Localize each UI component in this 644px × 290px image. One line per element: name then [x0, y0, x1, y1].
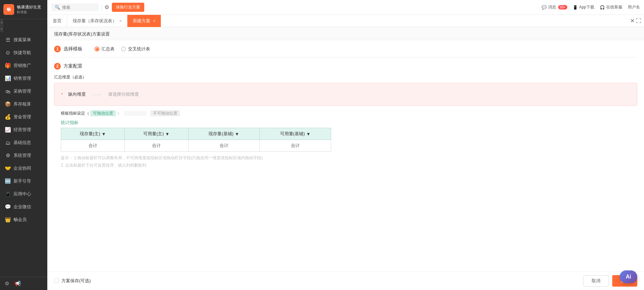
- cancel-button[interactable]: 取消: [583, 275, 609, 287]
- sidebar-nav: ☰ 搜索菜单 ⊙ 快捷导航 🎁 营销推广 📊 销售管理 🛍 采购管理 📦 库存核…: [0, 32, 47, 277]
- tips-section: 提示： 1.拖动标题栏可以调整布局，不可跨维度或指标区域拖动栏目字段(只能在同一…: [61, 154, 630, 169]
- operations-icon: 📈: [5, 127, 11, 133]
- sidebar-item-shortcuts[interactable]: ⊙ 快捷导航: [0, 46, 47, 59]
- gear-icon[interactable]: ⚙: [104, 4, 109, 10]
- sidebar-item-inventory[interactable]: 📦 库存核算: [0, 98, 47, 111]
- system-icon: ⚙: [5, 152, 11, 159]
- divider: [101, 4, 102, 11]
- search-input[interactable]: [62, 5, 96, 10]
- tab-close-all-icon[interactable]: ✕: [630, 18, 635, 24]
- sidebar-footer: ⚙ 📢: [0, 277, 47, 290]
- speaker-icon[interactable]: 📢: [15, 281, 21, 287]
- sales-icon: 📊: [5, 75, 11, 81]
- sidebar-item-wechat[interactable]: 💬 企业微信: [0, 200, 47, 213]
- app-icon: 📱: [573, 5, 578, 10]
- search-icon: 🔍: [55, 5, 60, 10]
- tab-expand-icon[interactable]: ⛶: [636, 18, 641, 24]
- app-center-icon: 📱: [5, 191, 11, 197]
- marketing-icon: 🎁: [5, 63, 11, 69]
- topbar: 🔍 ⚙ 体验行业方案 💬 消息 99+ 📱 App下载 🎧 在线客服 用户名: [47, 0, 644, 15]
- basic-info-icon: 🗂: [5, 140, 11, 146]
- section1-header: 1 选择模板 汇总表 交叉统计表: [54, 46, 637, 52]
- tab-new-scheme[interactable]: 新建方案 ×: [127, 15, 161, 27]
- section-template: 1 选择模板 汇总表 交叉统计表: [54, 46, 637, 57]
- stats-table-title: 统计指标: [61, 120, 630, 126]
- save-checkbox[interactable]: [54, 279, 59, 283]
- dimension-select-placeholder[interactable]: 请选择分组维度: [108, 91, 139, 97]
- sidebar-item-purchase[interactable]: 🛍 采购管理: [0, 85, 47, 98]
- app-logo: 畅: [3, 4, 14, 15]
- sidebar-item-finance[interactable]: 💰 资金管理: [0, 111, 47, 123]
- sidebar-item-search[interactable]: ☰ 搜索菜单: [0, 33, 47, 46]
- notification-btn[interactable]: 💬 消息 99+: [542, 4, 567, 10]
- main-area: 🔍 ⚙ 体验行业方案 💬 消息 99+ 📱 App下载 🎧 在线客服 用户名: [47, 0, 644, 290]
- dimension-section-label: 汇总维度（必选）: [54, 74, 637, 80]
- radio-summary-table[interactable]: 汇总表: [95, 46, 115, 52]
- col-dropdown-available-aux[interactable]: 可用量(基辅) ▼: [280, 131, 311, 137]
- pink-dimension-zone: * 纵向维度 —— 请选择分组维度: [54, 83, 637, 106]
- sidebar-item-app-center[interactable]: 📱 应用中心: [0, 188, 47, 200]
- collab-icon: 🤝: [5, 165, 11, 171]
- stats-table: 现存量(主) ▼ 可用量(主) ▼: [61, 128, 331, 152]
- cell-available-main-subtotal: 合计: [125, 140, 188, 152]
- dimension-dash: ——: [93, 92, 101, 97]
- sidebar-item-operations[interactable]: 📈 经营管理: [0, 123, 47, 136]
- shortcuts-icon: ⊙: [5, 50, 11, 56]
- dimension-required-mark: *: [61, 92, 63, 97]
- indicator-main-label: 模板指标设定（ 可拖动位置 ） ░░░░░░░░ 不可拖动位置: [61, 111, 180, 116]
- settings-icon[interactable]: ⚙: [5, 281, 9, 287]
- inventory-icon: 📦: [5, 101, 11, 107]
- radio-cross-circle: [121, 47, 126, 51]
- col-available-aux[interactable]: 可用量(基辅) ▼: [259, 128, 331, 140]
- sidebar-item-basic-info[interactable]: 🗂 基础信息: [0, 136, 47, 149]
- online-service-btn[interactable]: 🎧 在线客服: [600, 4, 622, 10]
- stats-table-head: 现存量(主) ▼ 可用量(主) ▼: [61, 128, 331, 140]
- finance-icon: 💰: [5, 114, 11, 120]
- col-dropdown-current-main[interactable]: 现存量(主) ▼: [80, 131, 106, 137]
- section1-title: 选择模板: [64, 46, 82, 52]
- col-available-main[interactable]: 可用量(主) ▼: [125, 128, 188, 140]
- stats-table-header-row: 现存量(主) ▼ 可用量(主) ▼: [61, 128, 331, 140]
- scroll-down-btn[interactable]: ▼: [0, 26, 3, 32]
- col-dropdown-current-aux[interactable]: 现存量(基辅) ▼: [208, 131, 239, 137]
- tabs-right-btns: ✕ ⛶: [630, 18, 644, 24]
- trial-btn[interactable]: 体验行业方案: [112, 3, 144, 12]
- indicator-settings: 模板指标设定（ 可拖动位置 ） ░░░░░░░░ 不可拖动位置: [61, 111, 630, 116]
- scroll-up-btn[interactable]: ▲: [0, 19, 3, 25]
- sidebar-item-newbie[interactable]: 🆕 新手引导: [0, 175, 47, 188]
- radio-cross-table[interactable]: 交叉统计表: [121, 46, 150, 52]
- tab-close-new-scheme[interactable]: ×: [153, 19, 155, 23]
- sidebar-scrollbar[interactable]: ▲ ▼: [0, 19, 3, 32]
- sidebar-item-collab[interactable]: 🤝 企业协同: [0, 162, 47, 175]
- purchase-icon: 🛍: [5, 88, 11, 94]
- stats-table-container: 统计指标 现存量(主) ▼: [61, 120, 630, 152]
- sidebar-item-marketing[interactable]: 🎁 营销推广: [0, 59, 47, 72]
- stats-table-row: 合计 合计 合计 合计: [61, 140, 331, 152]
- tab-close-inventory[interactable]: ×: [119, 19, 122, 23]
- notif-icon: 💬: [542, 5, 547, 10]
- member-icon: 👑: [5, 217, 11, 223]
- tab-home[interactable]: 首页: [47, 15, 67, 27]
- dropdown-arrow-icon3: ▼: [235, 131, 239, 137]
- service-icon: 🎧: [600, 5, 605, 10]
- section2-num: 2: [54, 63, 61, 70]
- user-avatar[interactable]: 用户名: [628, 4, 640, 10]
- col-dropdown-available-main[interactable]: 可用量(主) ▼: [143, 131, 170, 137]
- tab-inventory[interactable]: 现存量（库存状况表） ×: [67, 15, 127, 27]
- app-download-btn[interactable]: 📱 App下载: [573, 4, 594, 10]
- cell-available-aux-subtotal: 合计: [259, 140, 331, 152]
- save-option: 方案保存(可选): [54, 278, 91, 284]
- badge-non-draggable: 不可拖动位置: [150, 110, 180, 116]
- sidebar-item-member[interactable]: 👑 畅会员: [0, 213, 47, 226]
- sidebar-item-system[interactable]: ⚙ 系统管理: [0, 149, 47, 162]
- save-label: 方案保存(可选): [61, 278, 91, 284]
- col-current-main[interactable]: 现存量(主) ▼: [61, 128, 125, 140]
- section1-num: 1: [54, 46, 61, 52]
- newbie-icon: 🆕: [5, 178, 11, 184]
- sidebar-item-sales[interactable]: 📊 销售管理: [0, 72, 47, 85]
- ai-badge[interactable]: Ai: [620, 270, 637, 283]
- cell-current-aux-subtotal: 合计: [188, 140, 259, 152]
- col-current-aux[interactable]: 现存量(基辅) ▼: [188, 128, 259, 140]
- section-config: 2 方案配置 汇总维度（必选） * 纵向维度 —— 请选择分组维度: [54, 63, 637, 169]
- search-box[interactable]: 🔍: [51, 3, 99, 11]
